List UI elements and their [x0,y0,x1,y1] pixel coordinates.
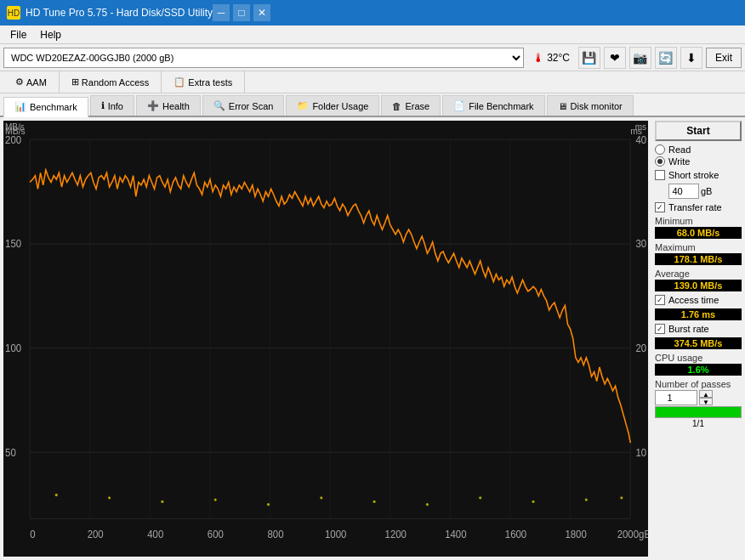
minimize-button[interactable]: ─ [213,4,230,21]
burst-rate-label: Burst rate [668,324,709,334]
download-button[interactable]: ⬇ [680,47,702,69]
svg-text:20: 20 [635,342,646,354]
short-stroke-checkbox-item[interactable]: Short stroke [655,170,742,180]
benchmark-icon: 📊 [14,101,26,112]
info-icon: ℹ [101,100,105,111]
aam-label: AAM [26,77,47,88]
short-stroke-unit: gB [701,186,712,196]
aam-tool[interactable]: ⚙ AAM [12,76,50,88]
passes-down-button[interactable]: ▼ [699,398,713,405]
menubar: File Help [0,25,745,44]
temperature-value: 32°C [547,52,570,64]
access-time-checkbox[interactable]: ✓ [655,295,665,305]
tab-error-scan[interactable]: 🔍 Error Scan [202,95,285,116]
svg-text:100: 100 [5,342,21,354]
passes-input[interactable] [655,390,697,405]
cpu-usage-section: CPU usage 1.6% [655,353,742,376]
cpu-usage-label: CPU usage [655,353,742,363]
read-radio[interactable] [655,144,665,155]
svg-text:2000gB: 2000gB [617,528,648,540]
erase-icon: 🗑 [392,101,401,111]
drive-select[interactable]: WDC WD20EZAZ-00GGJB0 (2000 gB) [3,48,524,68]
maximum-section: Maximum 178.1 MB/s [655,242,742,265]
read-write-group: Read Write [655,144,742,167]
aam-icon: ⚙ [15,76,24,88]
progress-bar-inner [656,407,741,417]
progress-bar-outer [655,406,742,418]
svg-text:200: 200 [88,528,104,540]
access-time-checkbox-item[interactable]: ✓ Access time [655,295,742,305]
tab-folder-usage[interactable]: 📁 Folder Usage [286,95,379,116]
random-access-tool[interactable]: ⊞ Random Access [68,76,152,88]
write-radio[interactable] [655,156,665,167]
extra-tests-icon: 📋 [173,76,185,88]
transfer-rate-checkbox-item[interactable]: ✓ Transfer rate [655,202,742,212]
titlebar-title: HD Tune Pro 5.75 - Hard Disk/SSD Utility [26,7,213,19]
tab-erase[interactable]: 🗑 Erase [381,95,441,116]
short-stroke-checkbox[interactable] [655,170,665,180]
short-stroke-input[interactable] [668,184,699,199]
extra-tests-group: 📋 Extra tests [162,71,245,93]
svg-text:0: 0 [30,528,36,540]
chart-container: MB/s ms 200 150 100 50 [3,121,648,557]
disk-monitor-icon: 🖥 [558,101,567,111]
health-icon: ➕ [147,100,159,111]
tab-benchmark-label: Benchmark [30,102,77,112]
transfer-rate-label: Transfer rate [668,202,722,212]
svg-point-37 [55,494,58,496]
file-benchmark-icon: 📄 [453,100,465,111]
refresh-button[interactable]: 🔄 [655,47,677,69]
tab-info[interactable]: ℹ Info [90,95,134,116]
camera-button[interactable]: 📷 [629,47,651,69]
y-axis-unit-right: ms [635,122,646,132]
cpu-usage-value: 1.6% [655,364,742,376]
svg-text:400: 400 [147,528,163,540]
maximize-button[interactable]: □ [233,4,250,21]
right-panel: Start Read Write Short stroke gB ✓ Trans… [651,117,745,560]
maximum-value: 178.1 MB/s [655,253,742,265]
random-access-icon: ⊞ [71,76,79,88]
svg-text:1000: 1000 [325,528,347,540]
tab-file-benchmark[interactable]: 📄 File Benchmark [442,95,544,116]
burst-rate-checkbox[interactable]: ✓ [655,324,665,334]
thermometer-icon: 🌡 [532,51,544,65]
start-button[interactable]: Start [655,121,742,141]
svg-point-42 [320,496,322,499]
close-button[interactable]: ✕ [253,4,270,21]
benchmark-chart: 200 150 100 50 40 30 20 10 0 200 400 600… [3,121,648,557]
aam-group: ⚙ AAM [3,71,60,93]
svg-text:1600: 1600 [505,528,527,540]
burst-rate-section: 374.5 MB/s [655,337,742,349]
random-access-label: Random Access [82,77,149,88]
read-radio-label[interactable]: Read [655,144,742,155]
burst-rate-checkbox-item[interactable]: ✓ Burst rate [655,324,742,334]
svg-text:10: 10 [635,446,646,458]
window-controls: ─ □ ✕ [213,4,270,21]
transfer-rate-checkbox[interactable]: ✓ [655,202,665,212]
exit-button[interactable]: Exit [706,48,742,68]
tab-error-scan-label: Error Scan [229,101,274,111]
extra-tests-tool[interactable]: 📋 Extra tests [170,76,236,88]
menu-help[interactable]: Help [33,27,68,42]
access-time-value: 1.76 ms [655,308,742,320]
tab-health-label: Health [162,101,190,111]
progress-text: 1/1 [655,419,742,428]
svg-point-47 [585,498,588,501]
svg-point-45 [479,496,481,499]
short-stroke-label: Short stroke [668,170,719,180]
passes-up-button[interactable]: ▲ [699,390,713,398]
svg-point-43 [373,501,376,503]
health-button[interactable]: ❤ [604,47,626,69]
svg-point-41 [267,503,270,506]
svg-point-38 [108,496,111,499]
menu-file[interactable]: File [3,27,33,42]
y-axis-unit-left: MB/s [5,122,25,132]
disk-info-button[interactable]: 💾 [578,47,600,69]
folder-icon: 📁 [297,100,309,111]
tab-disk-monitor[interactable]: 🖥 Disk monitor [547,95,634,116]
tab-health[interactable]: ➕ Health [136,95,201,116]
access-time-label: Access time [668,295,719,305]
passes-row: ▲ ▼ [655,390,742,405]
write-radio-label[interactable]: Write [655,156,742,167]
tab-benchmark[interactable]: 📊 Benchmark [3,97,88,117]
